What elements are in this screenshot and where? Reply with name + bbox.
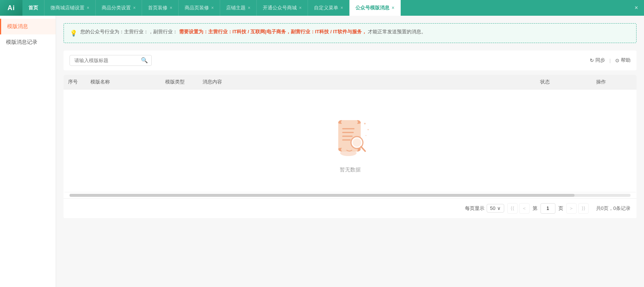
bulb-icon: 💡 [70,28,77,38]
help-label: 帮助 [621,57,631,64]
page-label-before: 第 [533,205,537,212]
empty-text: 暂无数据 [68,167,632,173]
per-page-label: 每页显示 [465,205,484,212]
table-header-row: 序号 模版名称 模版类型 消息内容 状态 操作 [64,75,637,89]
nav-tab-wechat-shop[interactable]: 微商城店铺设置 × [44,0,96,16]
table-body: ✦ ✦ ✦ 暂无数据 [64,89,637,192]
sync-icon: ↻ [590,58,594,63]
chevron-down-icon: ∨ [497,205,501,211]
last-page-button[interactable]: ⟩⟩ [578,203,589,214]
prev-page-button[interactable]: ＜ [519,203,530,214]
pagination-nav: ⟨⟨ ＜ 第 页 ＞ ⟩⟩ [507,203,589,214]
content-area: 💡 您的公众号行业为：主营行业：，副营行业： 需要设置为：主营行业：IT科技 /… [56,16,644,287]
col-content: 消息内容 [198,75,536,89]
per-page-select[interactable]: 50 ∨ [487,204,504,213]
help-button[interactable]: ⊙ 帮助 [615,57,631,64]
notice-highlight: 需要设置为：主营行业：IT科技 / 互联网|电子商务，副营行业：IT科技 / I… [179,29,367,34]
horizontal-scrollbar[interactable] [70,194,631,197]
search-icon[interactable]: 🔍 [141,57,148,64]
nav-tab-category-label: 商品分类设置 [102,4,131,11]
empty-cell: ✦ ✦ ✦ 暂无数据 [64,89,637,192]
notice-prefix: 您的公众号行业为：主营行业：，副营行业： [80,29,178,34]
sidebar-item-template-msg-record[interactable]: 模版消息记录 [0,34,56,50]
nav-tab-template-msg-close[interactable]: × [392,5,394,10]
search-left: 🔍 [70,55,152,66]
col-action: 操作 [592,75,637,89]
nav-tab-template-msg-label: 公众号模版消息 [355,4,389,11]
page-number-input[interactable] [540,203,555,214]
nav-tab-category-close[interactable]: × [133,5,136,10]
nav-tab-category[interactable]: 商品分类设置 × [96,0,142,16]
nav-tab-template-msg[interactable]: 公众号模版消息 × [349,0,401,16]
nav-tab-home-deco-label: 首页装修 [148,4,167,11]
data-table: 序号 模版名称 模版类型 消息内容 状态 操作 [64,75,637,192]
col-name: 模版名称 [86,75,161,89]
nav-tab-custom-menu-close[interactable]: × [341,5,343,10]
notice-text: 您的公众号行业为：主营行业：，副营行业： 需要设置为：主营行业：IT科技 / 互… [80,28,426,36]
table-container: 序号 模版名称 模版类型 消息内容 状态 操作 [64,75,637,218]
table-head: 序号 模版名称 模版类型 消息内容 状态 操作 [64,75,637,89]
nav-tab-home-label: 首页 [28,4,38,11]
svg-line-7 [361,147,365,151]
sidebar-item-template-msg-label: 模版消息 [7,23,28,29]
nav-tab-wechat-shop-close[interactable]: × [87,5,89,10]
scrollbar-thumb [70,194,574,197]
sidebar-item-template-msg-record-label: 模版消息记录 [6,39,37,45]
nav-tab-home-deco[interactable]: 首页装修 × [142,0,179,16]
nav-tab-open-mall-label: 开通公众号商城 [263,4,297,11]
sidebar: 模版消息 模版消息记录 [0,16,56,287]
total-info: 共0页，0条记录 [596,205,631,212]
search-input[interactable] [70,55,152,66]
svg-text:✦: ✦ [365,134,367,137]
col-type: 模版类型 [161,75,198,89]
scroll-bar-area [64,192,637,198]
nav-tab-wechat-shop-label: 微商城店铺设置 [50,4,84,11]
sync-label: 同步 [595,57,605,64]
top-nav: Ai 首页 微商城店铺设置 × 商品分类设置 × 首页装修 × 商品页装修 × … [0,0,644,16]
nav-tab-shop-theme[interactable]: 店铺主题 × [220,0,257,16]
empty-state: ✦ ✦ ✦ 暂无数据 [68,93,632,188]
nav-tab-product-deco[interactable]: 商品页装修 × [179,0,220,16]
svg-point-6 [353,138,361,147]
per-page-wrapper: 每页显示 50 ∨ [465,204,504,213]
empty-row: ✦ ✦ ✦ 暂无数据 [64,89,637,192]
col-index: 序号 [64,75,86,89]
close-all-button[interactable]: × [629,0,644,16]
svg-text:✦: ✦ [363,122,366,126]
nav-tab-product-deco-close[interactable]: × [211,5,214,10]
nav-tab-home-deco-close[interactable]: × [170,5,172,10]
divider: | [610,58,611,63]
nav-tab-open-mall[interactable]: 开通公众号商城 × [257,0,308,16]
search-bar: 🔍 ↻ 同步 | ⊙ 帮助 [64,51,637,70]
main-layout: 模版消息 模版消息记录 💡 您的公众号行业为：主营行业：，副营行业： 需要设置为… [0,16,644,287]
next-page-button[interactable]: ＞ [566,203,577,214]
pagination: 每页显示 50 ∨ ⟨⟨ ＜ 第 页 ＞ ⟩⟩ 共0页，0条记录 [64,198,637,218]
sync-button[interactable]: ↻ 同步 [590,57,605,64]
per-page-value: 50 [490,205,495,211]
nav-tab-home[interactable]: 首页 [22,0,44,16]
nav-tab-open-mall-close[interactable]: × [299,5,302,10]
nav-tab-product-deco-label: 商品页装修 [185,4,209,11]
empty-illustration: ✦ ✦ ✦ [328,116,373,161]
nav-tab-shop-theme-close[interactable]: × [248,5,250,10]
page-label-after: 页 [558,205,563,212]
sidebar-item-template-msg[interactable]: 模版消息 [0,19,56,34]
notice-suffix: 才能正常发送预置的消息。 [368,29,426,34]
search-right: ↻ 同步 | ⊙ 帮助 [590,57,631,64]
nav-tab-custom-menu[interactable]: 自定义菜单 × [308,0,349,16]
nav-tab-shop-theme-label: 店铺主题 [226,4,246,11]
svg-text:✦: ✦ [367,128,369,131]
app-logo: Ai [0,0,22,16]
col-status: 状态 [536,75,592,89]
notice-banner: 💡 您的公众号行业为：主营行业：，副营行业： 需要设置为：主营行业：IT科技 /… [64,23,637,43]
first-page-button[interactable]: ⟨⟨ [507,203,518,214]
help-circle-icon: ⊙ [615,58,619,63]
nav-tab-custom-menu-label: 自定义菜单 [314,4,338,11]
